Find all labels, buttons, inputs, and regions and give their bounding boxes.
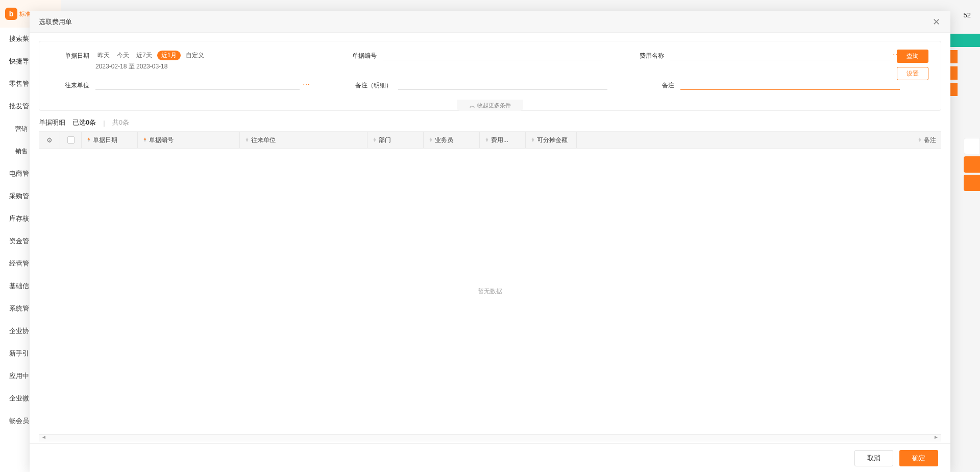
doc-no-input[interactable] xyxy=(383,51,602,60)
divider: | xyxy=(103,119,105,127)
fee-name-label: 费用名称 xyxy=(634,51,670,60)
chevron-up-icon: ︽ xyxy=(470,102,475,109)
collapse-toggle[interactable]: ︽ 收起更多条件 xyxy=(457,100,523,111)
unit-more-icon[interactable]: ⋯ xyxy=(303,80,310,88)
sort-icon xyxy=(87,138,91,142)
doc-no-label: 单据编号 xyxy=(347,51,383,60)
query-button[interactable]: 查询 xyxy=(897,50,928,63)
col-sales[interactable]: 业务员 xyxy=(424,132,480,148)
table: 单据日期 单据编号 往来单位 部门 业务员 费用... 可分摊金额 备注 暂无数… xyxy=(39,131,941,434)
total-count: 共0条 xyxy=(112,118,129,127)
date-range: 2023-02-18 至 2023-03-18 xyxy=(95,62,327,71)
modal-select-expense: 选取费用单 ✕ 查询 设置 单据日期 昨天今天近7天近1月自定义 2023-02… xyxy=(30,11,950,472)
select-all[interactable] xyxy=(60,132,82,148)
table-head: 单据日期 单据编号 往来单位 部门 业务员 费用... 可分摊金额 备注 xyxy=(39,131,941,149)
date-chip-2[interactable]: 近7天 xyxy=(134,51,154,60)
date-chip-4[interactable]: 自定义 xyxy=(184,51,206,60)
sort-icon xyxy=(373,138,377,142)
close-icon[interactable]: ✕ xyxy=(931,16,941,28)
horizontal-scrollbar[interactable] xyxy=(39,434,941,441)
selected-count: 已选0条 xyxy=(72,118,96,127)
col-amt[interactable]: 可分摊金额 xyxy=(526,132,577,148)
col-dept[interactable]: 部门 xyxy=(368,132,424,148)
col-note[interactable]: 备注 xyxy=(577,132,941,148)
note-detail-label: 备注（明细） xyxy=(352,80,398,90)
note-label: 备注 xyxy=(645,80,680,90)
sort-icon xyxy=(429,138,433,142)
note-detail-input[interactable] xyxy=(398,80,607,90)
date-chip-3[interactable]: 近1月 xyxy=(157,51,181,60)
modal-title: 选取费用单 xyxy=(39,17,72,27)
list-header: 单据明细 已选0条 | 共0条 xyxy=(30,111,950,131)
date-label: 单据日期 xyxy=(60,51,95,60)
modal-body: 查询 设置 单据日期 昨天今天近7天近1月自定义 2023-02-18 至 20… xyxy=(30,33,950,443)
gear-icon xyxy=(46,136,53,144)
date-chip-1[interactable]: 今天 xyxy=(115,51,131,60)
fee-name-input[interactable] xyxy=(670,51,890,60)
unit-input[interactable] xyxy=(95,80,300,90)
table-body: 暂无数据 xyxy=(39,149,941,434)
filter-actions: 查询 设置 xyxy=(897,50,928,80)
note-input[interactable] xyxy=(680,80,900,90)
column-settings[interactable] xyxy=(39,132,60,148)
sort-icon xyxy=(531,138,535,142)
modal-header: 选取费用单 ✕ xyxy=(30,11,950,33)
col-no[interactable]: 单据编号 xyxy=(138,132,240,148)
col-unit[interactable]: 往来单位 xyxy=(240,132,368,148)
col-date[interactable]: 单据日期 xyxy=(82,132,138,148)
col-fee[interactable]: 费用... xyxy=(480,132,526,148)
sort-icon xyxy=(143,138,147,142)
sort-icon xyxy=(918,138,922,142)
sort-icon xyxy=(485,138,489,142)
ok-button[interactable]: 确定 xyxy=(899,450,938,466)
collapse-label: 收起更多条件 xyxy=(477,102,511,109)
setting-button[interactable]: 设置 xyxy=(897,67,928,80)
empty-state: 暂无数据 xyxy=(478,287,502,296)
filter-card: 查询 设置 单据日期 昨天今天近7天近1月自定义 2023-02-18 至 20… xyxy=(39,41,941,111)
date-chip-0[interactable]: 昨天 xyxy=(95,51,112,60)
sort-icon xyxy=(245,138,249,142)
unit-label: 往来单位 xyxy=(60,80,95,90)
checkbox-icon xyxy=(67,136,75,144)
modal-footer: 取消 确定 xyxy=(30,443,950,472)
cancel-button[interactable]: 取消 xyxy=(854,450,893,466)
date-chips: 昨天今天近7天近1月自定义 xyxy=(95,51,327,60)
list-title: 单据明细 xyxy=(39,118,65,127)
